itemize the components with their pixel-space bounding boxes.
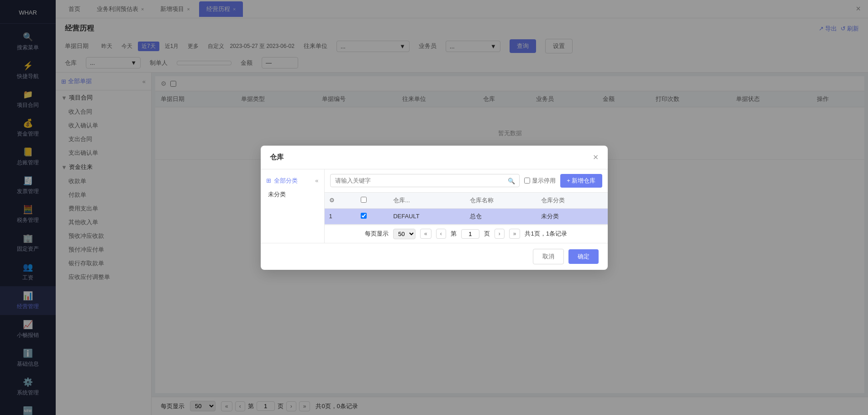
- modal-page-input[interactable]: [461, 229, 479, 239]
- modal-col-checkbox: [356, 193, 389, 209]
- modal-close-btn[interactable]: ×: [593, 152, 599, 163]
- modal-next-page-btn[interactable]: ›: [494, 229, 505, 239]
- modal-col-settings-icon[interactable]: ⚙: [329, 197, 335, 204]
- modal-table-row[interactable]: 1 DEFAULT 总仓 未分类: [325, 208, 608, 224]
- modal-first-page-btn[interactable]: «: [420, 229, 431, 239]
- modal-row-settings: 1: [325, 208, 356, 224]
- modal-table: ⚙ 仓库... 仓库名称 仓库分类: [325, 193, 608, 225]
- modal-overlay: 仓库 × ⊞ 全部分类 « 未分类 🔍: [0, 0, 868, 415]
- modal-main: 🔍 显示停用 + 新增仓库 ⚙: [325, 169, 608, 243]
- modal-sidebar: ⊞ 全部分类 « 未分类: [261, 169, 325, 243]
- modal-search-input[interactable]: [330, 174, 520, 187]
- warehouse-modal: 仓库 × ⊞ 全部分类 « 未分类 🔍: [261, 146, 608, 270]
- modal-toolbar: 🔍 显示停用 + 新增仓库: [325, 169, 608, 193]
- modal-cancel-btn[interactable]: 取消: [533, 249, 564, 264]
- modal-row-code: DEFAULT: [389, 208, 465, 224]
- modal-page-label: 第: [451, 230, 457, 238]
- modal-col-category: 仓库分类: [537, 193, 608, 209]
- modal-sidebar-grid-icon: ⊞: [266, 177, 271, 184]
- modal-confirm-btn[interactable]: 确定: [568, 249, 599, 264]
- modal-show-disabled-label: 显示停用: [524, 177, 556, 185]
- modal-select-all-checkbox[interactable]: [361, 197, 367, 203]
- modal-last-page-btn[interactable]: »: [509, 229, 521, 239]
- modal-row-checkbox: [356, 208, 389, 224]
- modal-body: ⊞ 全部分类 « 未分类 🔍 显示停用: [261, 169, 608, 243]
- modal-show-disabled-checkbox[interactable]: [524, 178, 530, 184]
- modal-sidebar-collapse-btn[interactable]: «: [315, 177, 318, 184]
- add-warehouse-btn[interactable]: + 新增仓库: [560, 174, 602, 188]
- modal-title: 仓库: [270, 153, 284, 162]
- modal-search: 🔍: [330, 174, 520, 187]
- modal-row-select-checkbox[interactable]: [361, 213, 367, 219]
- modal-sidebar-unclassified[interactable]: 未分类: [261, 188, 324, 201]
- modal-total-label: 共1页，1条记录: [525, 230, 567, 238]
- modal-col-name: 仓库名称: [465, 193, 537, 209]
- modal-page-size-select[interactable]: 50: [393, 229, 416, 239]
- modal-footer-actions: 取消 确定: [261, 243, 608, 270]
- modal-col-settings: ⚙: [325, 193, 356, 209]
- modal-row-name: 总仓: [465, 208, 537, 224]
- modal-header: 仓库 ×: [261, 146, 608, 169]
- modal-table-container: ⚙ 仓库... 仓库名称 仓库分类: [325, 193, 608, 225]
- modal-page-size-label: 每页显示: [365, 230, 389, 238]
- modal-prev-page-btn[interactable]: ‹: [436, 229, 446, 239]
- modal-col-code: 仓库...: [389, 193, 465, 209]
- modal-row-category: 未分类: [537, 208, 608, 224]
- modal-table-header: ⚙ 仓库... 仓库名称 仓库分类: [325, 193, 608, 209]
- modal-page-unit: 页: [484, 230, 490, 238]
- modal-footer-pagination: 每页显示 50 « ‹ 第 页 › » 共1页，1条记录: [325, 225, 608, 243]
- modal-search-icon: 🔍: [508, 177, 515, 184]
- modal-sidebar-header[interactable]: ⊞ 全部分类 «: [261, 174, 324, 188]
